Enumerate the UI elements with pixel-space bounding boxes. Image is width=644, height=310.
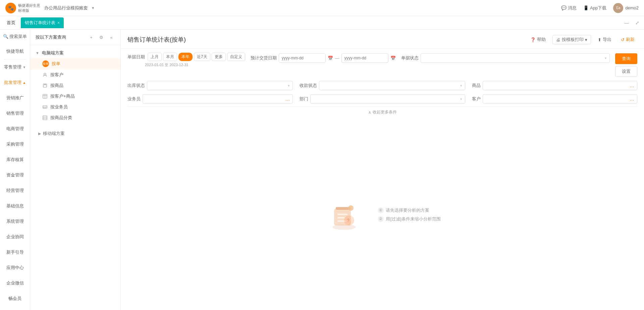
goods-icon: [42, 83, 48, 88]
analysis-item-by-customer[interactable]: 按客户: [30, 69, 120, 80]
date-btn-more[interactable]: 更多: [212, 53, 226, 61]
mobile-section: ▶ 移动端方案: [30, 126, 120, 141]
salesman-icon: [42, 104, 48, 110]
add-scheme-btn[interactable]: +: [88, 34, 95, 41]
refresh-icon: ↺: [621, 37, 625, 42]
date-btn-last-month[interactable]: 上月: [148, 53, 162, 61]
svg-text:?: ?: [347, 218, 350, 223]
ship-arrow: ▾: [288, 84, 290, 88]
ship-status-label: 出库状态: [127, 83, 145, 89]
mobile-section-arrow: ▶: [38, 132, 41, 136]
sidebar-shortcuts[interactable]: 快捷导航: [0, 44, 30, 59]
sidebar-item-member[interactable]: 畅会员: [0, 291, 30, 306]
empty-area: ? ① 请先选择要分析的方案 ② 用[过滤]条件来缩小分析范围: [121, 122, 644, 310]
svg-point-0: [44, 73, 46, 75]
sidebar-item-wholesale[interactable]: 批发管理 ▲: [0, 75, 30, 90]
print-btn[interactable]: 🖨 按模板打印 ▾: [552, 35, 591, 44]
status-select[interactable]: ▾: [421, 53, 610, 63]
goods-input[interactable]: …: [483, 81, 637, 90]
status-label: 单据状态: [401, 55, 419, 61]
payment-select[interactable]: ▾: [319, 81, 465, 90]
expected-date-label: 预计交货日期: [251, 55, 277, 61]
app-download-action[interactable]: 📱 App下载: [583, 5, 606, 11]
sidebar-item-finance[interactable]: 资金管理: [0, 167, 30, 183]
print-arrow: ▾: [585, 37, 587, 42]
top-header: 🐾 畅捷通好生意 标准版 办公用品行业模拟账套 ▾ 💬 消息 📱 App下载 E…: [0, 0, 644, 16]
goods-dots[interactable]: …: [630, 83, 634, 88]
sidebar-item-inventory[interactable]: 库存核算: [0, 152, 30, 167]
page-title: 销售订单统计表(按单): [127, 36, 186, 44]
settings-scheme-btn[interactable]: ⚙: [98, 34, 105, 41]
customer-input[interactable]: …: [483, 94, 637, 104]
tab-active[interactable]: 销售订单统计表 ×: [21, 17, 64, 28]
query-btn[interactable]: 查询: [615, 53, 637, 64]
customer-dots[interactable]: …: [630, 96, 634, 102]
main-area: 🔍 搜索菜单 快捷导航 零售管理 ▼ 批发管理 ▲ 营销推广 销售管理 电商管理…: [0, 30, 644, 310]
pc-section-header[interactable]: ▼ 电脑端方案: [30, 48, 120, 58]
pc-section-label: 电脑端方案: [42, 50, 64, 56]
customer-goods-icon: [42, 94, 48, 99]
expected-date-end[interactable]: [341, 53, 388, 63]
sidebar-item-wechat[interactable]: 企业微信: [0, 275, 30, 291]
date-btn-group: 上月 本月 本年 近7天 更多 自定义: [148, 53, 245, 61]
print-icon: 🖨: [556, 37, 560, 42]
sidebar-item-system[interactable]: 系统管理: [0, 214, 30, 229]
help-btn[interactable]: ❓ 帮助: [528, 35, 548, 44]
hint-2: ② 用[过滤]条件来缩小分析范围: [378, 216, 440, 222]
analysis-item-by-customer-goods[interactable]: 按客户+商品: [30, 91, 120, 102]
analysis-item-by-category[interactable]: 按商品分类: [30, 112, 120, 123]
sidebar-item-purchase[interactable]: 采购管理: [0, 137, 30, 152]
app-title-dropdown[interactable]: ▾: [92, 5, 94, 10]
tab-maximize-btn[interactable]: ⤢: [633, 19, 641, 27]
right-panel: 销售订单统计表(按单) ❓ 帮助 🖨 按模板打印 ▾ ⬆ 导出: [121, 30, 644, 310]
sidebar-item-sales[interactable]: 销售管理: [0, 106, 30, 121]
dept-arrow: ▾: [460, 97, 462, 101]
settings-btn[interactable]: 设置: [615, 66, 637, 77]
export-btn[interactable]: ⬆ 导出: [595, 35, 614, 44]
sidebar-item-newbie[interactable]: 新手引导: [0, 245, 30, 260]
content-area: 按以下方案查询 + ⚙ « ▼ 电脑端方案 按单 按单: [30, 30, 644, 310]
sidebar-item-marketing[interactable]: 营销推广: [0, 90, 30, 106]
date-range-text: 2023-01-01 至 2023-12-31: [127, 62, 245, 67]
analysis-item-by-salesman[interactable]: 按业务员: [30, 102, 120, 112]
collapse-row[interactable]: ∧ 收起更多条件: [127, 106, 637, 118]
message-action[interactable]: 💬 消息: [561, 5, 577, 11]
sidebar-item-management[interactable]: 经营管理: [0, 183, 30, 198]
message-icon: 💬: [561, 5, 567, 10]
dept-label: 部门: [300, 96, 308, 102]
analysis-item-by-goods[interactable]: 按商品: [30, 80, 120, 91]
header-right: 💬 消息 📱 App下载 Ea demo2: [561, 3, 639, 13]
tab-minimize-btn[interactable]: —: [623, 19, 631, 27]
expected-date-start[interactable]: [279, 53, 326, 63]
app-title: 办公用品行业模拟账套: [44, 5, 88, 11]
analysis-item-by-order[interactable]: 按单 按单: [30, 58, 120, 69]
date-btn-this-month[interactable]: 本月: [163, 53, 177, 61]
left-panel-header: 按以下方案查询 + ⚙ «: [30, 30, 120, 45]
sidebar-item-appcenter[interactable]: 应用中心: [0, 260, 30, 275]
left-panel-title: 按以下方案查询: [36, 34, 66, 40]
refresh-btn[interactable]: ↺ 刷新: [618, 35, 637, 44]
tab-home[interactable]: 首页: [3, 17, 19, 28]
svg-point-15: [348, 205, 354, 211]
date-btn-this-year[interactable]: 本年: [178, 53, 193, 61]
mobile-section-header[interactable]: ▶ 移动端方案: [30, 128, 120, 139]
collapse-panel-btn[interactable]: «: [108, 34, 115, 41]
user-action[interactable]: Ea demo2: [613, 3, 639, 13]
dept-select[interactable]: ▾: [310, 94, 465, 104]
svg-rect-17: [337, 217, 345, 218]
chevron-up-icon: ▲: [23, 81, 26, 85]
header-left: 🐾 畅捷通好生意 标准版 办公用品行业模拟账套 ▾: [5, 3, 94, 13]
sidebar-search[interactable]: 🔍 搜索菜单: [0, 30, 30, 44]
customer-icon: [42, 72, 48, 78]
sidebar-item-basic[interactable]: 基础信息: [0, 198, 30, 214]
date-btn-7days[interactable]: 近7天: [194, 53, 210, 61]
calendar-icon-1: 📅: [328, 56, 333, 61]
salesman-dots[interactable]: …: [285, 96, 290, 102]
date-btn-custom[interactable]: 自定义: [227, 53, 245, 61]
sidebar-item-ecommerce[interactable]: 电商管理: [0, 121, 30, 137]
ship-status-select[interactable]: ▾: [147, 81, 293, 90]
salesman-input[interactable]: …: [143, 94, 293, 104]
tab-close-icon[interactable]: ×: [57, 20, 60, 25]
sidebar-item-enterprise[interactable]: 企业协同: [0, 229, 30, 245]
sidebar-item-retail[interactable]: 零售管理 ▼: [0, 59, 30, 75]
